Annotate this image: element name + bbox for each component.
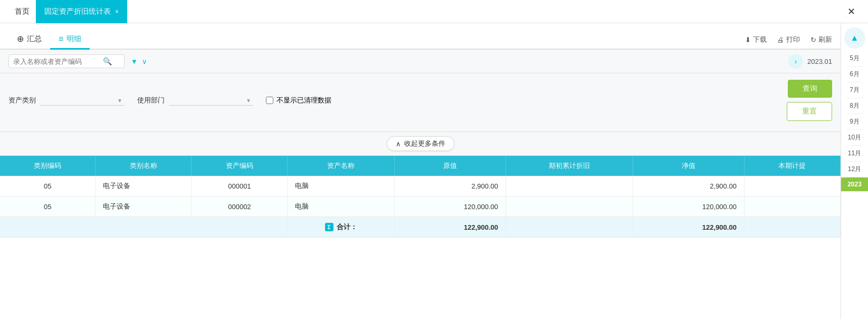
col-category-name: 类别名称 [96, 156, 192, 176]
month-list: 5月6月7月8月9月10月11月12月 [846, 51, 863, 177]
filter-icon: ▼ [131, 58, 138, 65]
download-icon: ⬇ [745, 36, 751, 44]
cell-original-value: 2,900.00 [394, 176, 505, 196]
summary-current-depreciation [744, 217, 840, 238]
cell-asset-name: 电脑 [288, 196, 394, 217]
search-icon: 🔍 [103, 57, 112, 65]
detail-icon: ≡ [59, 34, 63, 44]
col-original-value: 原值 [394, 156, 505, 176]
sidebar-month-item[interactable]: 8月 [846, 98, 863, 114]
tab-detail-label: 明细 [66, 34, 81, 44]
department-select-wrap: ▼ [169, 95, 253, 106]
cell-asset-name: 电脑 [288, 176, 394, 196]
cell-category-code: 05 [0, 196, 96, 217]
chevron-down-icon: ∨ [142, 58, 147, 65]
summary-net-value: 122,900.00 [633, 217, 744, 238]
col-category-code: 类别编码 [0, 156, 96, 176]
filter-actions: 查询 重置 [787, 80, 832, 121]
sidebar-month-item[interactable]: 6月 [846, 67, 863, 82]
close-window-button[interactable]: ✕ [843, 6, 860, 17]
asset-category-select-wrap: ▼ [40, 95, 125, 106]
col-accumulated-depreciation: 期初累计折旧 [506, 156, 633, 176]
content-area: ⊕ 汇总 ≡ 明细 ⬇ 下载 🖨 打印 ↻ 刷新 [0, 23, 868, 319]
sidebar-month-item[interactable]: 10月 [846, 130, 863, 146]
toolbar-right: ⬇ 下载 🖨 打印 ↻ 刷新 [745, 35, 832, 49]
col-net-value: 净值 [633, 156, 744, 176]
cell-asset-code: 000001 [192, 176, 288, 196]
cell-category-name: 电子设备 [96, 196, 192, 217]
cell-net-value: 2,900.00 [633, 176, 744, 196]
department-label: 使用部门 [137, 96, 165, 105]
sidebar-up-button[interactable]: ▲ [844, 27, 865, 49]
reset-button[interactable]: 重置 [787, 102, 832, 121]
top-nav: 首页 固定资产折旧统计表 × ✕ [0, 0, 868, 23]
collapse-icon: ∧ [396, 140, 401, 148]
year-badge[interactable]: 2023 [841, 177, 868, 192]
right-sidebar: ▲ 5月6月7月8月9月10月11月12月 2023 [841, 23, 868, 319]
advanced-filters: 资产类别 ▼ 使用部门 ▼ [0, 73, 841, 132]
refresh-button[interactable]: ↻ 刷新 [810, 35, 832, 44]
table-row[interactable]: 05 电子设备 000001 电脑 2,900.00 2,900.00 [0, 176, 841, 196]
sub-tabs-bar: ⊕ 汇总 ≡ 明细 ⬇ 下载 🖨 打印 ↻ 刷新 [0, 23, 841, 50]
nav-tab-label: 固定资产折旧统计表 [44, 7, 111, 16]
collapse-bar: ∧ 收起更多条件 [0, 132, 841, 156]
summary-icon: ⊕ [17, 34, 24, 44]
sidebar-month-item[interactable]: 5月 [846, 51, 863, 67]
filter-row-1: 资产类别 ▼ 使用部门 ▼ [8, 80, 832, 121]
hide-cleared-checkbox[interactable] [266, 97, 273, 104]
summary-accumulated-depreciation [506, 217, 633, 238]
search-input-wrap: 🔍 [8, 54, 125, 68]
sidebar-month-item[interactable]: 12月 [846, 162, 863, 177]
filter-asset-category: 资产类别 ▼ [8, 95, 125, 106]
collapse-button[interactable]: ∧ 收起更多条件 [387, 136, 454, 151]
summary-row: Σ合计： 122,900.00 122,900.00 [0, 217, 841, 238]
cell-category-name: 电子设备 [96, 176, 192, 196]
cell-net-value: 120,000.00 [633, 196, 744, 217]
table-wrap: 类别编码 类别名称 资产编码 资产名称 原值 期初累计折旧 净值 本期计提 05… [0, 156, 841, 319]
cell-category-code: 05 [0, 176, 96, 196]
print-icon: 🖨 [777, 36, 784, 44]
more-filters-button[interactable]: ▼ ∨ [131, 58, 147, 65]
date-label: 2023.01 [807, 58, 832, 65]
download-button[interactable]: ⬇ 下载 [745, 35, 767, 44]
sidebar-month-item[interactable]: 9月 [846, 114, 863, 130]
col-asset-name: 资产名称 [288, 156, 394, 176]
department-select[interactable] [169, 95, 253, 106]
refresh-label: 刷新 [818, 35, 832, 44]
nav-home[interactable]: 首页 [8, 7, 36, 16]
refresh-icon: ↻ [810, 36, 816, 44]
sum-icon: Σ [325, 223, 333, 231]
filter-bar: 🔍 ▼ ∨ › 2023.01 [0, 50, 841, 73]
col-asset-code: 资产编码 [192, 156, 288, 176]
asset-category-label: 资产类别 [8, 96, 36, 105]
main-panel: ⊕ 汇总 ≡ 明细 ⬇ 下载 🖨 打印 ↻ 刷新 [0, 23, 841, 319]
sidebar-month-item[interactable]: 11月 [846, 146, 863, 162]
summary-label: Σ合计： [288, 217, 394, 238]
col-current-depreciation: 本期计提 [744, 156, 840, 176]
print-button[interactable]: 🖨 打印 [777, 35, 800, 44]
cell-original-value: 120,000.00 [394, 196, 505, 217]
cell-accumulated-depreciation [506, 176, 633, 196]
print-label: 打印 [786, 35, 800, 44]
search-input[interactable] [13, 58, 103, 65]
sidebar-month-item[interactable]: 7月 [846, 82, 863, 98]
table-row[interactable]: 05 电子设备 000002 电脑 120,000.00 120,000.00 [0, 196, 841, 217]
table-header-row: 类别编码 类别名称 资产编码 资产名称 原值 期初累计折旧 净值 本期计提 [0, 156, 841, 176]
hide-cleared-wrap: 不显示已清理数据 [266, 96, 331, 105]
nav-tab-active[interactable]: 固定资产折旧统计表 × [36, 0, 127, 23]
asset-category-select[interactable] [40, 95, 125, 106]
cell-current-depreciation [744, 176, 840, 196]
hide-cleared-label: 不显示已清理数据 [276, 96, 331, 105]
tab-detail[interactable]: ≡ 明细 [50, 30, 90, 50]
collapse-label: 收起更多条件 [404, 139, 445, 148]
query-button[interactable]: 查询 [788, 80, 832, 98]
tab-summary[interactable]: ⊕ 汇总 [8, 30, 50, 50]
cell-current-depreciation [744, 196, 840, 217]
tab-summary-label: 汇总 [27, 34, 42, 44]
filter-department: 使用部门 ▼ [137, 95, 253, 106]
close-tab-icon[interactable]: × [115, 8, 119, 15]
summary-original-value: 122,900.00 [394, 217, 505, 238]
date-nav-button[interactable]: › [788, 54, 803, 69]
cell-accumulated-depreciation [506, 196, 633, 217]
data-table: 类别编码 类别名称 资产编码 资产名称 原值 期初累计折旧 净值 本期计提 05… [0, 156, 841, 238]
